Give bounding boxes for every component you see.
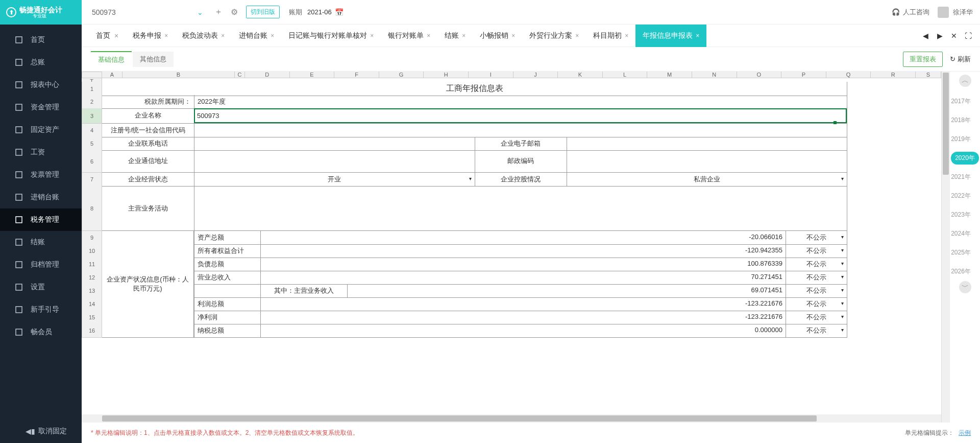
row-header-13[interactable]: 13 (82, 284, 102, 298)
col-header-I[interactable]: I (469, 72, 513, 78)
col-header-Q[interactable]: Q (826, 72, 871, 78)
year-2018年[interactable]: 2018年 (951, 111, 979, 130)
col-header-G[interactable]: G (379, 72, 424, 78)
spreadsheet[interactable]: ABCDEFGHIJKLMNOPQRST 1工商年报信息表2税款所属期间：202… (82, 72, 941, 423)
row-content-14[interactable]: 利润总额-123.221676不公示▾ (102, 297, 847, 311)
close-icon[interactable]: × (221, 32, 225, 39)
vertical-scrollbar[interactable] (941, 72, 949, 423)
year-2023年[interactable]: 2023年 (951, 205, 979, 224)
col-header-P[interactable]: P (781, 72, 826, 78)
col-header-L[interactable]: L (603, 72, 648, 78)
tab-5[interactable]: 银行对账单× (381, 25, 437, 47)
row-content-6[interactable]: 企业通信地址邮政编码 (102, 150, 847, 173)
tab-6[interactable]: 结账× (437, 25, 473, 47)
row-header-16[interactable]: 16 (82, 324, 102, 338)
tab-close[interactable]: × (114, 32, 118, 40)
row-content-10[interactable]: 所有者权益合计-120.942355不公示▾ (102, 244, 847, 258)
sidebar-item-8[interactable]: 税务管理 (0, 208, 82, 231)
username[interactable]: 徐泽华 (953, 8, 973, 17)
col-header-C[interactable]: C (235, 72, 245, 78)
footer-example-link[interactable]: 示例 (959, 429, 971, 436)
row-header-8[interactable]: 8 (82, 186, 102, 231)
year-2021年[interactable]: 2021年 (951, 168, 979, 186)
col-header-S[interactable]: S (916, 72, 941, 78)
close-icon[interactable]: × (164, 32, 168, 39)
col-header-A[interactable]: A (102, 72, 122, 78)
refresh-button[interactable]: ↻ 刷新 (950, 55, 971, 64)
row-content-12[interactable]: 营业总收入70.271451不公示▾ (102, 271, 847, 285)
sidebar-item-1[interactable]: 总账 (0, 51, 82, 74)
subtab-other-info[interactable]: 其他信息 (133, 52, 174, 67)
sidebar-item-7[interactable]: 进销台账 (0, 186, 82, 208)
sidebar-item-2[interactable]: 报表中心 (0, 74, 82, 96)
subtab-basic-info[interactable]: 基础信息 (91, 51, 132, 67)
year-scroll-down[interactable]: ﹀ (959, 281, 971, 293)
calendar-icon[interactable]: 📅 (335, 8, 344, 16)
year-2020年[interactable]: 2020年 (951, 152, 979, 165)
row-content-5[interactable]: 企业联系电话企业电子邮箱 (102, 137, 847, 151)
org-selector[interactable]: 500973 ⌄ (89, 5, 206, 19)
close-icon[interactable]: × (427, 32, 430, 39)
row-header-3[interactable]: 3 (82, 108, 102, 124)
col-header-B[interactable]: B (122, 72, 235, 78)
row-header-12[interactable]: 12 (82, 271, 102, 285)
sidebar-item-5[interactable]: 工资 (0, 141, 82, 164)
sidebar-item-3[interactable]: 资金管理 (0, 96, 82, 119)
col-header-M[interactable]: M (647, 72, 692, 78)
corner-cell[interactable] (82, 72, 102, 78)
fullscreen-icon[interactable]: ⛶ (962, 29, 975, 42)
row-content-16[interactable]: 纳税总额0.000000不公示▾ (102, 324, 847, 338)
row-content-2[interactable]: 税款所属期间：2022年度 (102, 95, 847, 109)
row-header-10[interactable]: 10 (82, 244, 102, 258)
col-header-R[interactable]: R (871, 72, 916, 78)
row-header-15[interactable]: 15 (82, 311, 102, 324)
year-2022年[interactable]: 2022年 (951, 186, 979, 205)
row-content-13[interactable]: 其中：主营业务收入69.071451不公示▾ (102, 284, 847, 298)
row-header-4[interactable]: 4 (82, 124, 102, 137)
sidebar-item-6[interactable]: 发票管理 (0, 164, 82, 186)
col-header-F[interactable]: F (334, 72, 379, 78)
row-header-5[interactable]: 5 (82, 137, 102, 151)
row-header-14[interactable]: 14 (82, 297, 102, 311)
sidebar-item-12[interactable]: 新手引导 (0, 298, 82, 321)
col-header-D[interactable]: D (245, 72, 290, 78)
headset-icon[interactable]: 🎧 (892, 8, 900, 16)
add-icon[interactable]: ＋ (214, 7, 223, 17)
close-icon[interactable]: × (625, 32, 628, 39)
sidebar-item-13[interactable]: 畅会员 (0, 321, 82, 343)
avatar[interactable] (938, 7, 949, 18)
horizontal-scrollbar[interactable] (82, 414, 941, 423)
year-scroll-up[interactable]: ︿ (959, 75, 971, 87)
close-icon[interactable]: × (271, 32, 274, 39)
row-header-11[interactable]: 11 (82, 258, 102, 271)
gear-icon[interactable]: ⚙ (231, 7, 238, 17)
service-link[interactable]: 人工咨询 (903, 8, 929, 17)
sidebar-item-4[interactable]: 固定资产 (0, 119, 82, 141)
year-2017年[interactable]: 2017年 (951, 92, 979, 111)
tab-7[interactable]: 小畅报销× (473, 25, 522, 47)
unpin-button[interactable]: ◀▮ 取消固定 (0, 419, 82, 443)
tab-0[interactable]: 首页× (89, 25, 126, 47)
col-header-N[interactable]: N (692, 72, 737, 78)
row-header-1[interactable]: 1 (82, 82, 102, 96)
sidebar-item-9[interactable]: 结账 (0, 231, 82, 253)
year-2026年[interactable]: 2026年 (951, 262, 979, 281)
close-icon[interactable]: × (511, 32, 515, 39)
sidebar-item-10[interactable]: 归档管理 (0, 253, 82, 276)
row-content-1[interactable]: 工商年报信息表 (102, 82, 847, 96)
row-content-8[interactable]: 主营业务活动 (102, 186, 847, 231)
close-icon[interactable]: × (462, 32, 465, 39)
year-2025年[interactable]: 2025年 (951, 243, 979, 262)
row-content-7[interactable]: 企业经营状态开业▾企业控股情况私营企业▾ (102, 173, 847, 186)
year-2019年[interactable]: 2019年 (951, 130, 979, 149)
row-header-2[interactable]: 2 (82, 95, 102, 109)
row-header-7[interactable]: 7 (82, 173, 102, 186)
col-header-E[interactable]: E (290, 72, 335, 78)
tab-scroll-right[interactable]: ▶ (933, 29, 946, 42)
close-icon[interactable]: × (370, 32, 374, 39)
col-header-K[interactable]: K (558, 72, 603, 78)
tab-4[interactable]: 日记账与银行对账单核对× (281, 25, 381, 47)
tab-10[interactable]: 年报信息申报表× (635, 25, 706, 47)
sidebar-item-0[interactable]: 首页 (0, 29, 82, 51)
tab-close-all[interactable]: ✕ (947, 29, 961, 42)
